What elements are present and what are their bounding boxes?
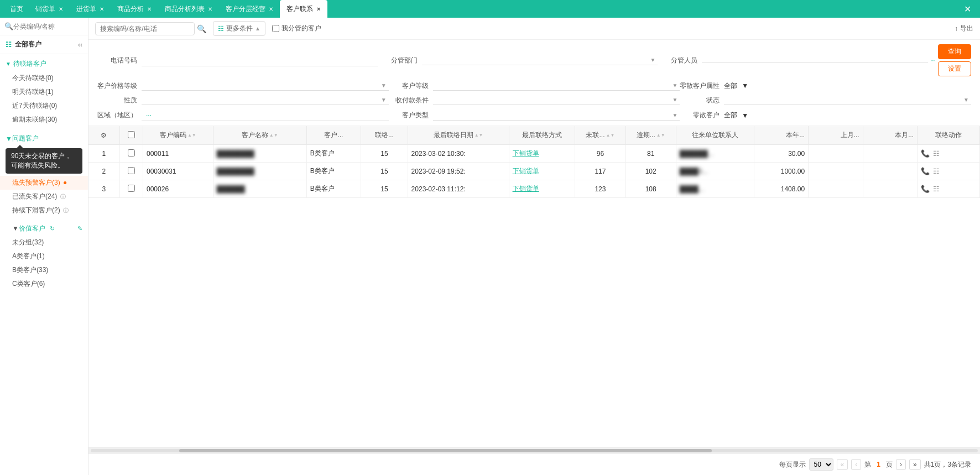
sidebar-collapse-icon[interactable]: ‹‹	[78, 41, 82, 49]
sidebar-group-value-title[interactable]: ▼ 价值客户 ↻ ✎	[0, 222, 88, 236]
more-conditions-button[interactable]: ☷ 更多条件 ▲	[213, 21, 265, 36]
tab-purchase-order[interactable]: 进货单 ✕	[70, 0, 111, 18]
home-label: 首页	[10, 4, 23, 14]
row3-more-icon[interactable]: ☷	[933, 185, 940, 193]
th-type: 客户...	[306, 126, 361, 145]
tab-home[interactable]: 首页	[4, 0, 29, 18]
sidebar-item-tomorrow-pending[interactable]: 明天待联络(1)	[0, 85, 88, 99]
last-page-button[interactable]: »	[909, 459, 921, 470]
th-date-sort[interactable]: 最后联络日期 ▲▼	[434, 131, 483, 140]
row2-contact-icon[interactable]: 📞	[921, 167, 930, 175]
my-customer-filter[interactable]: 我分管的客户	[272, 24, 321, 33]
tab-sales-order[interactable]: 销货单 ✕	[29, 0, 70, 18]
row1-way-value[interactable]: 下销货单	[513, 149, 539, 157]
sidebar-item-overdue-pending[interactable]: 逾期未联络(30)	[0, 113, 88, 127]
manager-select[interactable]	[702, 59, 928, 62]
sidebar-search-icon: 🔍	[4, 22, 13, 30]
row3-check[interactable]	[119, 180, 143, 198]
table-row: 2 00030031 ████████ B类客户	[88, 163, 980, 180]
sidebar-item-declining[interactable]: 持续下滑客户(2) ⓘ	[0, 203, 88, 217]
row1-check[interactable]	[119, 145, 143, 163]
tab-customer-contact[interactable]: 客户联系 ✕	[280, 0, 327, 18]
search-button[interactable]: 🔍	[197, 24, 206, 33]
cust-level-arrow: ▼	[672, 82, 677, 88]
sidebar-item-week-pending[interactable]: 近7天待联络(0)	[0, 99, 88, 113]
row1-more-icon[interactable]: ☷	[933, 149, 940, 158]
sidebar-item-c-class[interactable]: C类客户(6)	[0, 277, 88, 291]
select-all-checkbox[interactable]	[128, 131, 135, 138]
th-unlinkd-sort[interactable]: 未联... ▲▼	[586, 131, 614, 140]
first-page-button[interactable]: «	[837, 459, 848, 470]
my-customer-checkbox[interactable]	[272, 25, 279, 32]
tab-product-list-close[interactable]: ✕	[208, 6, 212, 12]
window-close-button[interactable]: ✕	[960, 4, 976, 14]
edit-icon[interactable]: ✎	[77, 225, 82, 232]
horizontal-scroll-bar[interactable]	[88, 447, 980, 453]
th-name-sort[interactable]: 客户名称 ▲▼	[242, 131, 278, 140]
tab-product-analysis[interactable]: 商品分析 ✕	[111, 0, 158, 18]
row2-checkbox[interactable]	[128, 167, 135, 174]
filter-icon: ☷	[218, 25, 224, 33]
sidebar-item-churned[interactable]: 已流失客户(24) ⓘ	[0, 190, 88, 203]
row3-person-value: ████...	[680, 185, 704, 193]
search-input[interactable]	[95, 22, 195, 35]
row3-contact-icon[interactable]: 📞	[921, 185, 930, 193]
cust-level-select[interactable]: ▼	[433, 81, 680, 91]
cust-type-select[interactable]: ▼	[433, 111, 680, 121]
tab-customer-segment-label: 客户分层经营	[226, 4, 265, 14]
refresh-icon[interactable]: ↻	[50, 225, 55, 232]
tab-customer-segment-close[interactable]: ✕	[269, 6, 273, 12]
payment-select[interactable]: ▼	[433, 95, 680, 105]
price-level-select[interactable]: ▼	[142, 81, 389, 91]
row3-way-value[interactable]: 下销货单	[513, 185, 539, 192]
th-code-sort[interactable]: 客户编码 ▲▼	[160, 131, 196, 140]
cust-type-label: 客户类型	[389, 111, 433, 120]
next-page-button[interactable]: ›	[896, 459, 906, 470]
manager-more-icon[interactable]: ···	[928, 56, 938, 64]
tab-product-analysis-list[interactable]: 商品分析列表 ✕	[158, 0, 219, 18]
th-code: 客户编码 ▲▼	[143, 126, 213, 145]
sidebar-all-customers-header[interactable]: ☷ 全部客户 ‹‹	[0, 35, 88, 54]
sidebar-item-today-pending[interactable]: 今天待联络(0)	[0, 71, 88, 85]
sidebar-search-input[interactable]	[13, 23, 88, 30]
query-button[interactable]: 查询	[938, 44, 971, 59]
row3-action: 📞 ☷	[918, 180, 980, 198]
c-class-label: C类客户(6)	[12, 280, 45, 288]
area-more-icon[interactable]: ···	[144, 111, 154, 119]
prev-page-button[interactable]: ‹	[851, 459, 861, 470]
th-settings[interactable]: ⚙	[88, 126, 119, 145]
settings-button[interactable]: 设置	[938, 61, 971, 76]
sort-arrows-date: ▲▼	[475, 133, 483, 138]
th-person-label: 往来单位联系人	[692, 131, 738, 139]
sidebar-item-b-class[interactable]: B类客户(33)	[0, 263, 88, 277]
sidebar-group-pending-title[interactable]: ▼ 待联络客户	[0, 56, 88, 71]
status-select[interactable]: ▼	[724, 95, 971, 105]
th-last-month-label: 上月...	[841, 131, 859, 139]
row2-way-value[interactable]: 下销货单	[513, 167, 539, 175]
scroll-thumb[interactable]	[179, 449, 711, 452]
sidebar-item-ungroup[interactable]: 未分组(32)	[0, 236, 88, 249]
sidebar-item-churn-warning[interactable]: 流失预警客户(3) ●	[0, 176, 88, 190]
sidebar-item-a-class[interactable]: A类客户(1)	[0, 249, 88, 263]
tab-sales-order-close[interactable]: ✕	[59, 6, 63, 12]
row1-contact-icon[interactable]: 📞	[921, 149, 930, 158]
tab-purchase-close[interactable]: ✕	[100, 6, 104, 12]
tab-product-analysis-close[interactable]: ✕	[147, 6, 152, 12]
tab-customer-contact-close[interactable]: ✕	[316, 6, 321, 12]
tab-customer-segment[interactable]: 客户分层经营 ✕	[219, 0, 280, 18]
per-page-select[interactable]: 50	[809, 458, 833, 471]
sidebar-group-risk-title[interactable]: ▼ 问题客户	[0, 131, 88, 146]
row1-type: B类客户	[306, 145, 361, 163]
retail-attr-radio: 全部 ▼	[724, 81, 748, 91]
export-button[interactable]: ↑ 导出	[955, 24, 973, 33]
row2-check[interactable]	[119, 163, 143, 180]
row1-checkbox[interactable]	[128, 149, 135, 156]
row2-more-icon[interactable]: ☷	[933, 167, 940, 175]
th-overdue-sort[interactable]: 逾期... ▲▼	[637, 131, 665, 140]
area-select[interactable]: ···	[142, 109, 389, 121]
th-check[interactable]	[119, 126, 143, 145]
phone-input[interactable]	[142, 55, 378, 66]
row3-checkbox[interactable]	[128, 185, 135, 192]
dept-select[interactable]: ▼	[422, 55, 658, 65]
gender-select[interactable]: ▼	[142, 95, 389, 105]
